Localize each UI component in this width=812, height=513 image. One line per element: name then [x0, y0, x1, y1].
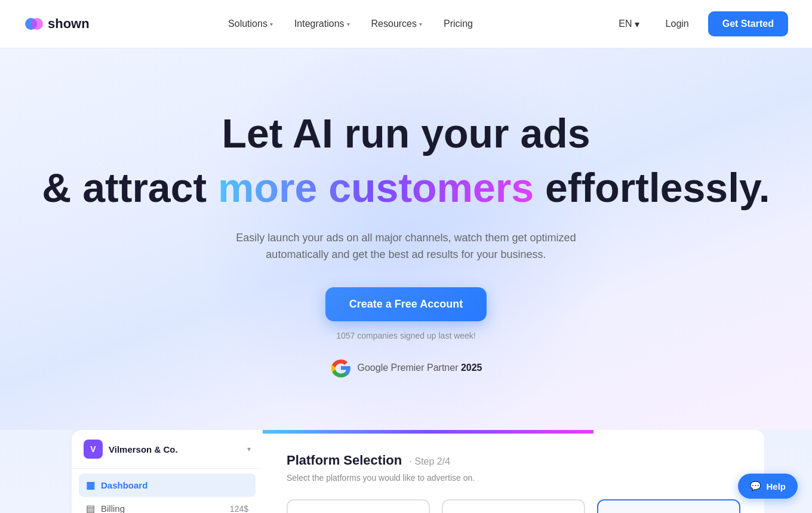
partner-text: Google Premier Partner 2025 [358, 363, 482, 373]
logo-icon [24, 14, 43, 33]
main-panel: Platform Selection · Step 2/4 Select the… [263, 430, 764, 513]
partner-year: 2025 [461, 363, 482, 373]
sidebar-label-billing: Billing [101, 503, 125, 513]
platform-header: Platform Selection · Step 2/4 [287, 453, 740, 468]
get-started-button[interactable]: Get Started [708, 11, 788, 36]
lang-chevron-icon: ▾ [635, 19, 639, 30]
sidebar-nav: ▦ Dashboard ▤ Billing 124$ 🔔 Notificatio… [72, 469, 263, 513]
main-content: Platform Selection · Step 2/4 Select the… [263, 434, 764, 513]
nav-integrations[interactable]: Integrations ▾ [285, 14, 359, 34]
sidebar-label-dashboard: Dashboard [101, 480, 147, 490]
company-chevron-icon: ▾ [247, 445, 251, 453]
hero-section: Let AI run your ads & attract more custo… [0, 48, 812, 430]
sidebar-header: V Vilmerson & Co. ▾ [72, 430, 263, 469]
sidebar-item-billing[interactable]: ▤ Billing 124$ [79, 497, 256, 513]
integrations-chevron-icon: ▾ [347, 21, 350, 27]
cta-button[interactable]: Create a Free Account [325, 287, 487, 321]
platform-step: · Step 2/4 [410, 456, 451, 466]
nav-links: Solutions ▾ Integrations ▾ Resources ▾ P… [219, 14, 482, 34]
google-logo-icon [330, 357, 352, 379]
platform-card-linkedin[interactable] [597, 499, 740, 513]
logo-text: shown [48, 16, 90, 32]
sidebar: V Vilmerson & Co. ▾ ▦ Dashboard ▤ Billin… [72, 430, 263, 513]
hero-title-line1: Let AI run your ads [222, 111, 590, 156]
platform-selection-title: Platform Selection [287, 453, 402, 468]
nav-solutions[interactable]: Solutions ▾ [219, 14, 282, 34]
hero-highlight: more customers [218, 165, 534, 210]
svg-point-1 [31, 18, 43, 30]
solutions-chevron-icon: ▾ [270, 21, 273, 27]
company-avatar: V [84, 440, 103, 459]
platform-card-meta[interactable] [442, 499, 585, 513]
hero-title-line2: & attract more customers effortlessly. [42, 165, 770, 210]
help-label: Help [766, 481, 786, 492]
company-selector[interactable]: V Vilmerson & Co. [84, 440, 178, 459]
nav-resources[interactable]: Resources ▾ [362, 14, 432, 34]
nav-actions: EN ▾ Login Get Started [611, 11, 788, 36]
language-selector[interactable]: EN ▾ [611, 14, 646, 35]
dashboard-icon: ▦ [86, 480, 95, 491]
social-proof-text: 1057 companies signed up last week! [336, 331, 475, 340]
billing-icon: ▤ [86, 503, 95, 513]
billing-badge: 124$ [230, 504, 248, 514]
login-button[interactable]: Login [654, 14, 701, 34]
hero-description: Easily launch your ads on all major chan… [227, 229, 585, 264]
preview-container: V Vilmerson & Co. ▾ ▦ Dashboard ▤ Billin… [48, 430, 764, 513]
platform-cards [287, 499, 740, 513]
sidebar-item-dashboard[interactable]: ▦ Dashboard [79, 474, 256, 497]
google-partner-badge: Google Premier Partner 2025 [330, 357, 482, 379]
preview-section: V Vilmerson & Co. ▾ ▦ Dashboard ▤ Billin… [0, 430, 812, 513]
platform-description: Select the platforms you would like to a… [287, 473, 740, 483]
nav-pricing[interactable]: Pricing [434, 14, 482, 34]
resources-chevron-icon: ▾ [419, 21, 422, 27]
help-icon: 💬 [750, 481, 761, 492]
company-name: Vilmerson & Co. [109, 444, 178, 454]
navbar: shown Solutions ▾ Integrations ▾ Resourc… [0, 0, 812, 48]
help-button[interactable]: 💬 Help [738, 474, 798, 499]
logo[interactable]: shown [24, 14, 90, 33]
platform-card-google[interactable] [287, 499, 430, 513]
